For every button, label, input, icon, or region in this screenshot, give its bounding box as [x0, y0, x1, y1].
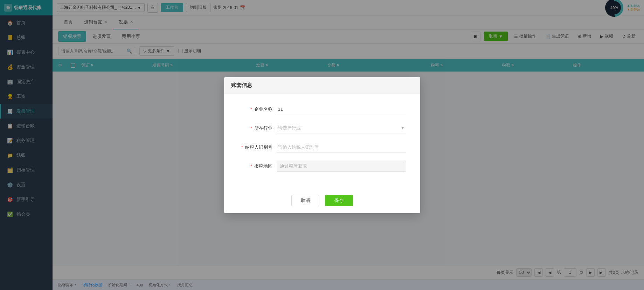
- company-name-row: * 企业名称: [238, 104, 406, 115]
- cancel-button[interactable]: 取消: [291, 195, 319, 206]
- tax-id-input[interactable]: [277, 142, 406, 153]
- industry-placeholder: 请选择行业: [278, 125, 301, 131]
- tax-region-row: * 报税地区 通过税号获取: [238, 161, 406, 172]
- required-mark3: *: [241, 144, 243, 150]
- tax-region-display: 通过税号获取: [277, 161, 406, 172]
- tax-id-label: * 纳税人识别号: [238, 144, 277, 150]
- industry-label: * 所在行业: [238, 125, 277, 131]
- company-name-label: * 企业名称: [238, 106, 277, 113]
- industry-row: * 所在行业 请选择行业 ▼: [238, 123, 406, 134]
- dialog-footer: 取消 保存: [224, 189, 420, 213]
- dialog-body: * 企业名称 * 所在行业 请选择行业 ▼ *: [224, 94, 420, 189]
- company-name-input[interactable]: [277, 104, 406, 115]
- save-button[interactable]: 保存: [325, 195, 353, 206]
- industry-dropdown-icon: ▼: [401, 126, 405, 130]
- dialog-title: 账套信息: [224, 77, 420, 94]
- tax-region-label: * 报税地区: [238, 163, 277, 169]
- tax-id-row: * 纳税人识别号: [238, 142, 406, 153]
- required-mark: *: [250, 107, 252, 112]
- dialog-overlay: 账套信息 * 企业名称 * 所在行业 请选择行业 ▼: [0, 0, 644, 290]
- tax-region-placeholder: 通过税号获取: [280, 163, 307, 169]
- required-mark4: *: [250, 163, 252, 169]
- account-info-dialog: 账套信息 * 企业名称 * 所在行业 请选择行业 ▼: [224, 77, 420, 213]
- required-mark2: *: [250, 126, 252, 131]
- industry-select[interactable]: 请选择行业 ▼: [277, 123, 406, 134]
